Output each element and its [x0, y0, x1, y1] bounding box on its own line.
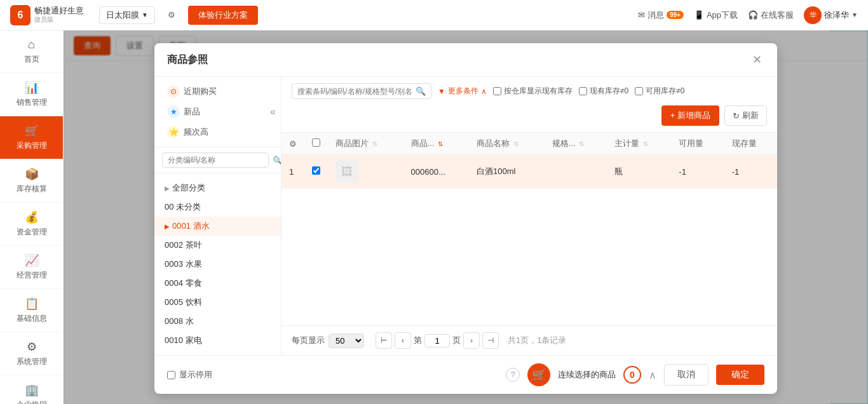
footer-right: ? 🛒 连续选择的商品 0 ∧ 取消 确定	[506, 363, 764, 386]
sidebar-item-label: 库存核算	[17, 184, 47, 194]
col-code[interactable]: 商品... ⇅	[403, 133, 469, 155]
cart-button[interactable]: 🛒	[527, 363, 550, 386]
col-unit[interactable]: 主计量 ⇅	[607, 133, 671, 155]
show-disabled-checkbox[interactable]: 显示停用	[167, 369, 212, 380]
col-unit-label: 主计量	[614, 138, 639, 148]
add-product-button[interactable]: + 新增商品	[661, 105, 719, 126]
sidebar-item-label: 基础信息	[17, 313, 47, 324]
cta-button[interactable]: 体验行业方案	[188, 6, 258, 25]
product-search-box: 🔍	[292, 83, 431, 99]
next-page-button[interactable]: ›	[463, 332, 480, 349]
cell-check[interactable]	[304, 155, 328, 189]
cat-item-0004[interactable]: 0004 零食	[154, 274, 281, 293]
quick-nav-frequent[interactable]: ⭐ 频次高	[162, 123, 273, 142]
sidebar-item-enterprise[interactable]: 🏢 企业协同	[0, 375, 63, 404]
top-navigation: 6 畅捷通好生意 捷员版 日太阳膜 ▼ ⚙ 体验行业方案 ✉ 消息 99+ 📱 …	[0, 0, 868, 30]
sidebar-item-home[interactable]: ⌂ 首页	[0, 30, 63, 73]
cat-item-0010[interactable]: 0010 家电	[154, 331, 281, 350]
messages-nav-item[interactable]: ✉ 消息 99+	[638, 10, 684, 21]
cat-item-0002[interactable]: 0002 茶叶	[154, 236, 281, 255]
sidebar-item-inventory[interactable]: 📦 库存核算	[0, 159, 63, 203]
cat-item-00[interactable]: 00 未分类	[154, 198, 281, 217]
checkbox-warehouse-input[interactable]	[493, 87, 501, 95]
cell-stock: -1	[724, 155, 777, 189]
checkbox-warehouse[interactable]: 按仓库显示现有库存	[493, 86, 573, 97]
settings-button[interactable]: ⚙	[163, 8, 180, 22]
col-code-label: 商品...	[411, 138, 435, 148]
col-check[interactable]	[304, 133, 328, 155]
table-row[interactable]: 1 🖼 000600... 白酒100ml	[281, 155, 777, 189]
table-header: ⚙ 商品图片 ⇅	[281, 133, 777, 155]
confirm-button[interactable]: 确定	[716, 365, 764, 385]
cat-item-0008[interactable]: 0008 水	[154, 312, 281, 331]
search-icon[interactable]: 🔍	[273, 156, 281, 165]
cancel-button[interactable]: 取消	[664, 364, 709, 386]
show-disabled-input[interactable]	[167, 371, 175, 379]
filter-button[interactable]: ▼ 更多条件 ∧	[438, 86, 487, 97]
main-layout: ⌂ 首页 📊 销售管理 🛒 采购管理 📦 库存核算 💰 资金管理 📈 经营管理 …	[0, 30, 868, 404]
row-checkbox[interactable]	[312, 166, 320, 175]
app-download-nav-item[interactable]: 📱 App下载	[694, 10, 738, 21]
cat-item-0003[interactable]: 0003 水果	[154, 255, 281, 274]
col-name[interactable]: 商品名称 ⇅	[469, 133, 545, 155]
cat-item-0005[interactable]: 0005 饮料	[154, 293, 281, 312]
checkbox-warehouse-label: 按仓库显示现有库存	[504, 86, 573, 97]
col-stock-label: 现存量	[732, 138, 757, 148]
category-search-area: 🔍	[154, 147, 281, 173]
service-label: 在线客服	[761, 10, 794, 21]
pagination-bar: 每页显示 50 10 20 100 ⊢ ‹	[281, 325, 777, 355]
sidebar-item-purchase[interactable]: 🛒 采购管理	[0, 116, 63, 159]
sidebar-item-system[interactable]: ⚙ 系统管理	[0, 332, 63, 375]
checkbox-stock-input[interactable]	[579, 87, 587, 95]
category-search-input[interactable]	[162, 152, 269, 168]
per-page-select[interactable]: 50 10 20 100	[329, 333, 364, 348]
sidebar-item-operation[interactable]: 📈 经营管理	[0, 246, 63, 289]
cat-item-all[interactable]: ▶ 全部分类	[154, 178, 281, 198]
quick-nav-new[interactable]: ★ 新品	[162, 102, 273, 121]
collapse-cart-button[interactable]: ∧	[649, 369, 656, 381]
modal-close-button[interactable]: ✕	[749, 52, 764, 67]
nav-right: ✉ 消息 99+ 📱 App下载 🎧 在线客服 华 徐泽华 ▼	[638, 6, 858, 24]
col-spec[interactable]: 规格... ⇅	[545, 133, 607, 155]
cat-item-0001-label: 0001 酒水	[172, 220, 210, 232]
user-profile-nav-item[interactable]: 华 徐泽华 ▼	[804, 6, 858, 24]
quick-nav-new-label: 新品	[184, 106, 200, 118]
checkbox-available-input[interactable]	[635, 87, 643, 95]
col-settings[interactable]: ⚙	[281, 133, 304, 155]
modal-footer: 显示停用 ? 🛒 连续选择的商品 0 ∧ 取消 确定	[154, 355, 777, 394]
search-icon[interactable]: 🔍	[416, 86, 426, 96]
per-page-selector: 每页显示 50 10 20 100	[292, 333, 364, 348]
product-panel: 🔍 ▼ 更多条件 ∧ 按仓库显示现有库存	[281, 77, 777, 355]
cat-item-0001[interactable]: ▶ 0001 酒水	[154, 217, 281, 236]
collapse-button[interactable]: «	[270, 106, 276, 118]
per-page-label: 每页显示	[292, 335, 325, 346]
modal-overlay: 商品参照 ✕ ⊙ 近期购买 ★	[64, 30, 868, 404]
cell-img: 🖼	[328, 155, 403, 189]
sidebar-item-label: 首页	[24, 54, 39, 65]
col-img[interactable]: 商品图片 ⇅	[328, 133, 403, 155]
mobile-icon: 📱	[694, 10, 704, 20]
sidebar-item-basic[interactable]: 📋 基础信息	[0, 289, 63, 332]
sidebar-item-sales[interactable]: 📊 销售管理	[0, 73, 63, 116]
chevron-down-icon: ▼	[851, 11, 858, 18]
checkbox-stock-nonzero[interactable]: 现有库存≠0	[579, 86, 628, 97]
settings-icon: ⚙	[289, 139, 297, 149]
store-selector[interactable]: 日太阳膜 ▼	[99, 6, 155, 24]
checkbox-available-nonzero[interactable]: 可用库存≠0	[635, 86, 684, 97]
logo-sub: 捷员版	[34, 15, 84, 24]
first-page-button[interactable]: ⊢	[376, 332, 392, 349]
building-icon: 🏢	[25, 383, 39, 397]
product-search-input[interactable]	[297, 87, 412, 96]
select-all-checkbox[interactable]	[312, 138, 320, 147]
help-icon-button[interactable]: ?	[506, 368, 520, 382]
checkbox-stock-label: 现有库存≠0	[590, 86, 628, 97]
prev-page-button[interactable]: ‹	[395, 332, 411, 349]
refresh-button[interactable]: ↻ 刷新	[724, 105, 767, 126]
last-page-button[interactable]: ⊣	[482, 332, 499, 349]
page-number-input[interactable]	[424, 334, 450, 347]
sidebar-item-finance[interactable]: 💰 资金管理	[0, 203, 63, 246]
new-icon: ★	[167, 105, 180, 118]
quick-nav-recent[interactable]: ⊙ 近期购买	[162, 82, 273, 101]
online-service-nav-item[interactable]: 🎧 在线客服	[748, 10, 794, 21]
app-label: App下载	[707, 10, 738, 21]
